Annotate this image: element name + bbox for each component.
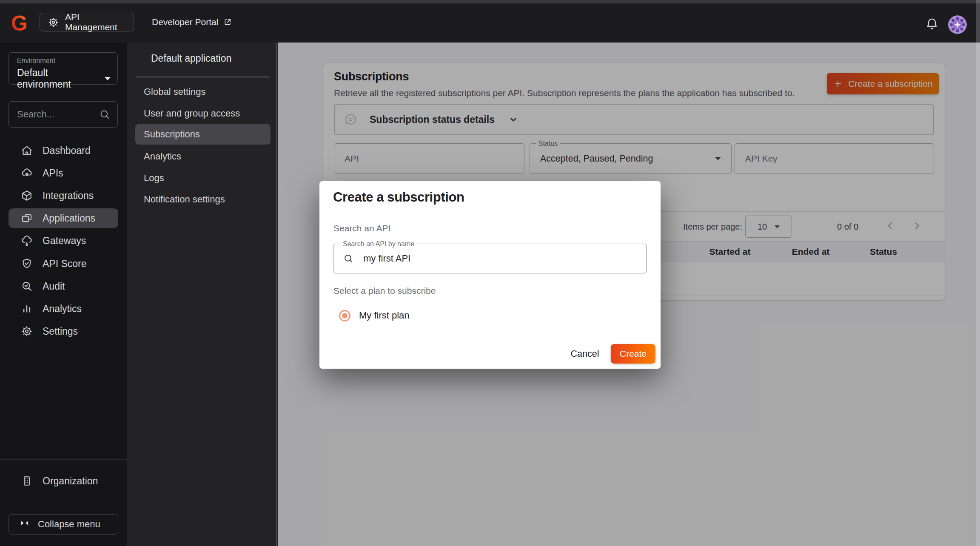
- submenu-item-label: Logs: [144, 173, 164, 184]
- building-icon: [20, 475, 33, 487]
- sidebar-item-label: Applications: [43, 213, 95, 224]
- application-submenu: Default application Global settings User…: [127, 43, 278, 546]
- cancel-button[interactable]: Cancel: [566, 344, 604, 364]
- audit-icon: [20, 280, 33, 293]
- sidebar-item-label: APIs: [43, 168, 63, 179]
- submenu-item-label: User and group access: [144, 108, 240, 119]
- bar-chart-icon: [20, 302, 33, 315]
- submenu-item-notification-settings[interactable]: Notification settings: [135, 189, 271, 210]
- sidebar-search-input[interactable]: [17, 109, 99, 120]
- search-icon: [99, 108, 111, 120]
- app-switcher-button[interactable]: API Management: [40, 13, 134, 31]
- plan-radio-option[interactable]: My first plan: [339, 305, 410, 326]
- submenu-item-subscriptions[interactable]: Subscriptions: [135, 124, 271, 145]
- external-link-icon: [223, 18, 232, 26]
- search-api-section-label: Search an API: [333, 223, 390, 233]
- sidebar-item-label: Audit: [43, 281, 65, 292]
- sidebar-item-settings[interactable]: Settings: [9, 321, 118, 341]
- gravitee-logo[interactable]: G: [11, 12, 31, 36]
- submenu-divider: [136, 77, 269, 77]
- svg-text:G: G: [11, 12, 28, 34]
- cube-icon: [20, 189, 33, 202]
- plan-option-label: My first plan: [359, 310, 410, 321]
- main-sidebar: Environment Default environment Dashboar…: [0, 43, 127, 546]
- sidebar-item-label: API Score: [43, 258, 87, 270]
- submenu-item-global-settings[interactable]: Global settings: [135, 82, 271, 102]
- search-api-input[interactable]: [363, 253, 637, 264]
- home-icon: [20, 144, 33, 157]
- create-subscription-dialog: Create a subscription Search an API Sear…: [319, 181, 661, 369]
- submenu-item-analytics[interactable]: Analytics: [135, 146, 271, 167]
- collapse-icon: [19, 518, 30, 531]
- create-button[interactable]: Create: [611, 344, 655, 364]
- sidebar-search[interactable]: [8, 101, 118, 128]
- collapse-menu-label: Collapse menu: [38, 519, 100, 530]
- app-switcher-label: API Management: [65, 12, 126, 32]
- sidebar-item-applications[interactable]: Applications: [9, 208, 118, 228]
- gear-icon: [20, 325, 33, 338]
- sidebar-item-label: Gateways: [43, 235, 86, 247]
- radio-selected-icon[interactable]: [339, 310, 350, 321]
- sidebar-item-dashboard[interactable]: Dashboard: [9, 141, 118, 160]
- submenu-item-label: Subscriptions: [144, 129, 200, 140]
- sidebar-item-label: Settings: [43, 326, 78, 337]
- sidebar-item-organization[interactable]: Organization: [9, 471, 118, 491]
- submenu-item-label: Notification settings: [144, 194, 225, 205]
- top-bar: G API Management Developer Portal: [0, 3, 980, 43]
- collapse-menu-button[interactable]: Collapse menu: [9, 514, 118, 535]
- submenu-item-label: Global settings: [144, 86, 206, 97]
- user-avatar[interactable]: [948, 15, 967, 34]
- gear-icon: [48, 17, 59, 28]
- submenu-scrollbar[interactable]: [276, 43, 277, 546]
- submenu-item-user-group-access[interactable]: User and group access: [135, 103, 271, 124]
- window-top-strip: [0, 0, 980, 3]
- sidebar-item-label: Analytics: [43, 303, 82, 315]
- sidebar-item-audit[interactable]: Audit: [9, 276, 118, 296]
- submenu-item-label: Analytics: [144, 151, 181, 162]
- chevron-down-icon: [105, 77, 111, 80]
- sidebar-item-apis[interactable]: APIs: [9, 163, 118, 183]
- application-title: Default application: [151, 53, 231, 64]
- developer-portal-label: Developer Portal: [152, 17, 218, 27]
- page-scrollbar[interactable]: [976, 0, 980, 546]
- sidebar-item-gateways[interactable]: Gateways: [9, 231, 118, 250]
- search-icon: [343, 253, 354, 264]
- dialog-title: Create a subscription: [333, 190, 464, 205]
- cloud-api-icon: [20, 167, 33, 179]
- search-api-field-label: Search an API by name: [340, 240, 417, 248]
- sidebar-divider: [0, 459, 127, 460]
- notifications-bell-icon[interactable]: [924, 16, 940, 32]
- sidebar-item-label: Organization: [43, 475, 98, 487]
- environment-value: Default environment: [17, 67, 100, 90]
- sidebar-item-analytics[interactable]: Analytics: [9, 299, 118, 318]
- sidebar-item-label: Integrations: [43, 190, 94, 202]
- environment-label: Environment: [17, 57, 111, 65]
- select-plan-section-label: Select a plan to subscribe: [333, 286, 436, 296]
- shield-check-icon: [20, 257, 33, 270]
- sidebar-item-label: Dashboard: [43, 145, 91, 156]
- sidebar-item-api-score[interactable]: API Score: [9, 254, 118, 273]
- environment-selector[interactable]: Environment Default environment: [8, 52, 118, 85]
- search-api-field[interactable]: Search an API by name: [333, 244, 647, 273]
- cloud-gateway-icon: [20, 234, 33, 247]
- developer-portal-link[interactable]: Developer Portal: [152, 13, 232, 31]
- sidebar-item-integrations[interactable]: Integrations: [9, 186, 118, 205]
- applications-icon: [20, 212, 33, 225]
- submenu-item-logs[interactable]: Logs: [135, 168, 271, 188]
